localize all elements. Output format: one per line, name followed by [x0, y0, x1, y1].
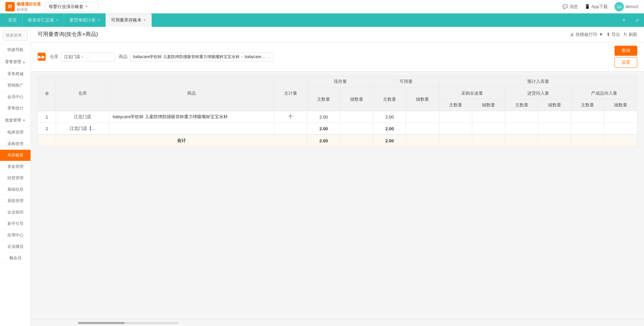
- sidebar-item-inventory[interactable]: 库存核算: [0, 150, 31, 161]
- total-available-aux: [406, 135, 439, 147]
- row-inbound-pending-aux: [538, 123, 571, 135]
- total-inbound-pending-main: [505, 135, 538, 147]
- row-warehouse: 江北门店【...: [56, 123, 109, 135]
- app-download-action[interactable]: 📱 App下载: [585, 4, 608, 10]
- sidebar-search-area: 搜索菜单: [0, 27, 31, 44]
- message-action[interactable]: 💬 消息: [562, 4, 578, 10]
- export-button[interactable]: ⬆ 导出: [606, 32, 620, 38]
- row-stock-aux: [340, 111, 373, 123]
- sidebar-item-enterprise[interactable]: 企业协同: [0, 207, 31, 218]
- purchase-transit-subheader: 采购在途量: [439, 88, 505, 99]
- sidebar-item-ecommerce[interactable]: 电商管理: [0, 127, 31, 138]
- remove-warehouse-tag-button[interactable]: ×: [82, 55, 84, 59]
- bottom-bar: [31, 319, 644, 326]
- tab-available-stock[interactable]: 可用量库存账本 ×: [106, 13, 152, 27]
- row-stock-main: 2.00: [307, 123, 340, 135]
- warehouse-filter-input[interactable]: 江北门店 × …: [61, 52, 115, 61]
- total-purchase-transit-main: [439, 135, 472, 147]
- window-controls: × ⤢: [617, 13, 644, 27]
- scrollbar-thumb[interactable]: [78, 322, 125, 324]
- total-label: 合计: [56, 135, 307, 147]
- main-unit-column-header: 主计量: [274, 76, 307, 111]
- refresh-button[interactable]: ↻ 刷新: [624, 32, 637, 38]
- warehouse-column-header: 仓库: [56, 76, 109, 111]
- settings-icon[interactable]: ⚙: [45, 91, 49, 96]
- total-available-main: 2.00: [373, 135, 406, 147]
- product-label: 商品: [119, 54, 127, 60]
- chevron-icon: ▲: [22, 60, 26, 64]
- sidebar-item-wholesale-mgmt[interactable]: 批发管理 ▼: [0, 114, 31, 127]
- row-stock-main: 2.00: [307, 111, 340, 123]
- sidebar-item-enterprise-wechat[interactable]: 企业微信: [0, 241, 31, 252]
- remove-product-tag-button[interactable]: ×: [241, 55, 243, 59]
- query-button[interactable]: 查询: [614, 46, 637, 56]
- production-pending-main-header: 主数量: [571, 99, 604, 111]
- user-profile[interactable]: Ea demo2: [614, 2, 639, 11]
- tab-home[interactable]: 首页: [3, 13, 22, 27]
- row-inbound-pending-main: [505, 111, 538, 123]
- planned-inbound-group-header: 预计入库量: [439, 76, 637, 88]
- product-column-header: 商品: [109, 76, 274, 111]
- chevron-icon: ▼: [22, 119, 26, 122]
- row-available-aux: [406, 111, 439, 123]
- row-production-pending-aux: [604, 123, 637, 135]
- row-inbound-pending-aux: [538, 111, 571, 123]
- tab-receivable[interactable]: 收发存汇总表 ×: [22, 13, 64, 27]
- sidebar-item-purchase[interactable]: 采购管理: [0, 138, 31, 150]
- tab-bar: 首页 收发存汇总表 × 要货单统计表 × 可用量库存账本 × × ⤢: [0, 13, 644, 27]
- sidebar-item-app-center[interactable]: 应用中心: [0, 230, 31, 241]
- page-content: 可用量查询(按仓库+商品) 🖨 按模板打印 ▼ ⬆ 导出 ↻ 刷新 ▶▶: [31, 27, 644, 326]
- warehouse-tag: 江北门店 ×: [64, 54, 84, 60]
- sidebar-item-member-center[interactable]: 会员中心: [0, 91, 31, 103]
- row-product: babycare学饮杯 儿童防摔防撞吸管杯重力球吸嘴杯宝宝水杯: [109, 111, 274, 123]
- close-icon[interactable]: ×: [144, 18, 146, 22]
- settings-column-header[interactable]: ⚙: [38, 76, 56, 111]
- template-print-button[interactable]: 🖨 按模板打印 ▼: [570, 32, 603, 38]
- sidebar-item-marketing[interactable]: 营销推广: [0, 80, 31, 91]
- logo-text: 畅捷通好生意 标准版: [17, 1, 41, 12]
- query-settings-buttons: 查询 设置: [614, 46, 637, 68]
- warehouse-label: 仓库: [50, 54, 58, 60]
- logo-icon: 好: [5, 2, 15, 11]
- maximize-window-button[interactable]: ⤢: [631, 13, 644, 27]
- product-more-icon[interactable]: …: [267, 54, 271, 59]
- sidebar-item-retail-mgmt[interactable]: 零售管理 ▲: [0, 56, 31, 68]
- row-product: [109, 123, 274, 135]
- sidebar-item-onboarding[interactable]: 新手引导: [0, 218, 31, 230]
- available-main-qty-header: 主数量: [373, 88, 406, 111]
- sidebar-item-retail-stats[interactable]: 零售统计: [0, 103, 31, 114]
- table-row: 2 江北门店【... 2.00 2.00: [38, 123, 637, 135]
- sidebar-item-finance[interactable]: 资金管理: [0, 161, 31, 173]
- row-purchase-transit-main: [439, 123, 472, 135]
- close-icon[interactable]: ×: [98, 18, 100, 22]
- header-right: 💬 消息 📱 App下载 Ea demo2: [562, 2, 639, 11]
- more-options-icon[interactable]: …: [86, 54, 90, 59]
- product-filter-input[interactable]: babycare学饮杯 儿童防摔防撞吸管杯重力球吸嘴杯宝宝水杯 × babyca…: [130, 52, 274, 61]
- sidebar-item-retail-mall[interactable]: 零售商城: [0, 68, 31, 80]
- sidebar-item-quick-nav[interactable]: 快捷导航: [0, 44, 31, 56]
- close-window-button[interactable]: ×: [617, 13, 631, 27]
- org-selector[interactable]: 母婴行业演示账套 ▼: [45, 2, 99, 11]
- inbound-pending-aux-header: 辅数量: [538, 99, 571, 111]
- filter-toggle-button[interactable]: ▶▶: [38, 53, 46, 61]
- sidebar-item-system[interactable]: 系统管理: [0, 195, 31, 207]
- sidebar-item-operations[interactable]: 经营管理: [0, 173, 31, 184]
- search-menu-button[interactable]: 搜索菜单: [3, 30, 28, 41]
- stock-main-qty-header: 主数量: [307, 88, 340, 111]
- horizontal-scrollbar[interactable]: [78, 322, 178, 324]
- settings-button[interactable]: 设置: [614, 57, 637, 68]
- total-production-pending-main: [571, 135, 604, 147]
- table-row: 1 江北门店 babycare学饮杯 儿童防摔防撞吸管杯重力球吸嘴杯宝宝水杯 个…: [38, 111, 637, 123]
- total-purchase-transit-aux: [472, 135, 505, 147]
- purchase-transit-aux-header: 辅数量: [472, 99, 505, 111]
- tab-order-stats[interactable]: 要货单统计表 ×: [64, 13, 106, 27]
- row-stock-aux: [340, 123, 373, 135]
- stock-aux-qty-header: 辅数量: [340, 88, 373, 111]
- row-inbound-pending-main: [505, 123, 538, 135]
- current-stock-group-header: 现存量: [307, 76, 373, 88]
- sidebar-item-basic-info[interactable]: 基础信息: [0, 184, 31, 195]
- sidebar-item-member[interactable]: 畅会员: [0, 252, 31, 264]
- data-table: ⚙ 仓库 商品 主计量 现存量 可用量 预计入库量 主数量 辅数量 主数量 辅数…: [38, 76, 637, 147]
- total-stock-aux: [340, 135, 373, 147]
- close-icon[interactable]: ×: [56, 18, 58, 22]
